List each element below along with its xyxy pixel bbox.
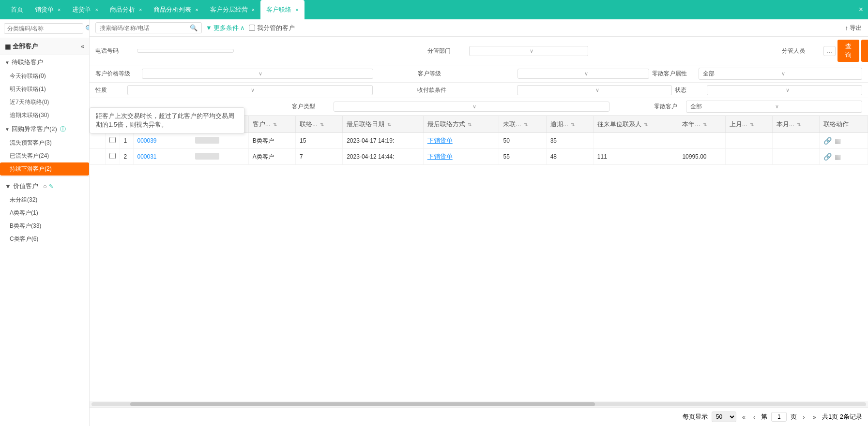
sidebar-item-a-class[interactable]: A类客户(1) xyxy=(0,206,89,220)
sidebar-valor-header[interactable]: ▼ 价值客户 ○ ✎ xyxy=(0,179,89,193)
method-link-2[interactable]: 下销货单 xyxy=(427,153,453,160)
sidebar-item-overdue[interactable]: 逾期未联络(30) xyxy=(0,109,89,122)
close-all-button[interactable]: × xyxy=(859,5,863,14)
gender-field[interactable]: ∨ xyxy=(127,85,373,95)
status-label: 状态 xyxy=(675,86,704,94)
action-link-icon-2[interactable]: 🔗 xyxy=(823,153,832,161)
per-page-select[interactable]: 20 50 100 xyxy=(712,411,736,422)
td-type-1: B类客户 xyxy=(248,133,295,149)
action-link-icon-1[interactable]: 🔗 xyxy=(823,137,832,145)
td-method-2[interactable]: 下销货单 xyxy=(423,149,499,165)
manager-dots[interactable]: ... xyxy=(823,46,836,56)
row-checkbox-2[interactable] xyxy=(109,153,116,159)
sort-type-icon[interactable]: ⇅ xyxy=(273,122,277,127)
info-icon[interactable]: ⓘ xyxy=(60,125,66,133)
sidebar-all-customers-header[interactable]: ▦ 全部客户 « xyxy=(0,38,89,55)
sidebar-group-repurchase[interactable]: ▼ 回购异常客户(2) ⓘ xyxy=(0,122,89,136)
sidebar-item-b-class[interactable]: B类客户(33) xyxy=(0,220,89,233)
nav-close-product-analysis[interactable]: × xyxy=(139,0,142,19)
status-field[interactable]: ∨ xyxy=(707,85,862,95)
td-overdue-1: 35 xyxy=(546,133,593,149)
price-grade-label: 客户价格等级 xyxy=(95,70,139,78)
nav-close-sales-order[interactable]: × xyxy=(58,0,61,19)
nav-purchase-order[interactable]: 进货单 × xyxy=(66,0,104,19)
sidebar-collapse-icon[interactable]: « xyxy=(81,43,84,50)
nav-sales-order[interactable]: 销货单 × xyxy=(29,0,66,19)
main-search-icon[interactable]: 🔍 xyxy=(190,24,198,31)
sidebar-item-churn-warn[interactable]: 流失预警客户(3) xyxy=(0,136,89,149)
nav-customer-segmentation[interactable]: 客户分层经营 × xyxy=(204,0,260,19)
main-search-input[interactable] xyxy=(100,25,188,31)
td-type-2: A类客户 xyxy=(248,149,295,165)
nav-close-customer-segmentation[interactable]: × xyxy=(252,0,255,19)
sidebar-search-icon[interactable]: 🔍 xyxy=(85,25,90,32)
sort-date-icon[interactable]: ⇅ xyxy=(387,122,391,127)
next-page-button[interactable]: › xyxy=(801,412,807,422)
nav-product-analysis[interactable]: 商品分析 × xyxy=(104,0,148,19)
sort-not-contact-icon[interactable]: ⇅ xyxy=(524,122,528,127)
method-link-1[interactable]: 下销货单 xyxy=(427,137,453,144)
sidebar-item-7days[interactable]: 近7天待联络(0) xyxy=(0,96,89,109)
sidebar-item-declining[interactable]: 持续下滑客户(2) xyxy=(0,162,89,176)
retail-customer-caret: ∨ xyxy=(775,103,858,110)
nav-home[interactable]: 首页 xyxy=(5,0,29,19)
last-page-button[interactable]: » xyxy=(811,412,818,422)
my-customer-checkbox-wrap: 我分管的客户 xyxy=(249,24,295,32)
query-button[interactable]: 查询 xyxy=(838,40,859,62)
circle-icon: ○ xyxy=(43,183,47,190)
horizontal-scrollbar[interactable] xyxy=(90,401,868,407)
action-grid-icon-2[interactable]: ▦ xyxy=(835,153,841,161)
th-overdue: 逾期... ⇅ xyxy=(546,116,593,133)
top-nav: 首页 销货单 × 进货单 × 商品分析 × 商品分析列表 × 客户分层经营 × … xyxy=(0,0,868,19)
sidebar-group-pending[interactable]: ▼ 待联络客户 xyxy=(0,55,89,70)
setting-button[interactable]: 设置 xyxy=(861,40,868,62)
sidebar-item-today[interactable]: 今天待联络(0) xyxy=(0,70,89,83)
td-this-year-2: 10995.00 xyxy=(678,149,725,165)
th-unit-contact: 往来单位联系人 ⇅ xyxy=(593,116,678,133)
sort-overdue-icon[interactable]: ⇅ xyxy=(571,122,575,127)
nav-product-analysis-list[interactable]: 商品分析列表 × xyxy=(148,0,204,19)
td-unit-contact-1 xyxy=(593,133,678,149)
nav-close-purchase-order[interactable]: × xyxy=(95,0,98,19)
customer-type-field[interactable]: ∨ xyxy=(334,102,609,112)
my-customer-checkbox[interactable] xyxy=(249,25,255,31)
nav-close-customer-contact[interactable]: × xyxy=(295,0,298,19)
th-this-month: 本月... ⇅ xyxy=(772,116,819,133)
hscroll-thumb[interactable] xyxy=(130,402,595,406)
td-code-1[interactable]: 000039 xyxy=(133,133,191,149)
th-this-year: 本年... ⇅ xyxy=(678,116,725,133)
sidebar-item-c-class[interactable]: C类客户(6) xyxy=(0,233,89,246)
td-action-1: 🔗 ▦ xyxy=(820,133,868,149)
sort-this-year-icon[interactable]: ⇅ xyxy=(703,122,707,127)
nav-close-product-analysis-list[interactable]: × xyxy=(195,0,198,19)
td-date-2: 2023-04-12 14:44: xyxy=(343,149,424,165)
status-caret: ∨ xyxy=(786,87,858,93)
dept-field[interactable]: ∨ xyxy=(469,46,588,56)
payment-field[interactable]: ∨ xyxy=(517,85,672,95)
retail-customer-field[interactable]: 全部 ∨ xyxy=(686,101,862,113)
sidebar-item-tomorrow[interactable]: 明天待联络(1) xyxy=(0,83,89,96)
filter-more-button[interactable]: ▼ 更多条件 ∧ xyxy=(206,24,245,32)
sort-method-icon[interactable]: ⇅ xyxy=(468,122,472,127)
phone-field[interactable] xyxy=(137,49,234,53)
sort-last-month-icon[interactable]: ⇅ xyxy=(750,122,754,127)
action-grid-icon-1[interactable]: ▦ xyxy=(835,137,841,145)
td-code-2[interactable]: 000031 xyxy=(133,149,191,165)
sort-contact-icon[interactable]: ⇅ xyxy=(320,122,324,127)
price-grade-field[interactable]: ∨ xyxy=(142,69,373,79)
sidebar-search-input[interactable] xyxy=(4,23,83,34)
page-input[interactable] xyxy=(771,412,787,422)
sort-unit-contact-icon[interactable]: ⇅ xyxy=(644,122,648,127)
retail-attr-field[interactable]: 全部 ∨ xyxy=(699,68,862,80)
first-page-button[interactable]: « xyxy=(740,412,747,422)
row-checkbox-1[interactable] xyxy=(109,137,116,143)
edit-icon[interactable]: ✎ xyxy=(49,183,53,190)
sidebar-item-ungroup[interactable]: 未分组(32) xyxy=(0,193,89,206)
export-button[interactable]: ↑ 导出 xyxy=(845,24,863,32)
prev-page-button[interactable]: ‹ xyxy=(751,412,757,422)
customer-grade-field[interactable]: ∨ xyxy=(518,69,649,79)
td-method-1[interactable]: 下销货单 xyxy=(423,133,499,149)
sidebar-item-churned[interactable]: 已流失客户(24) xyxy=(0,149,89,162)
nav-customer-contact[interactable]: 客户联络 × xyxy=(260,0,304,19)
sort-this-month-icon[interactable]: ⇅ xyxy=(797,122,801,127)
